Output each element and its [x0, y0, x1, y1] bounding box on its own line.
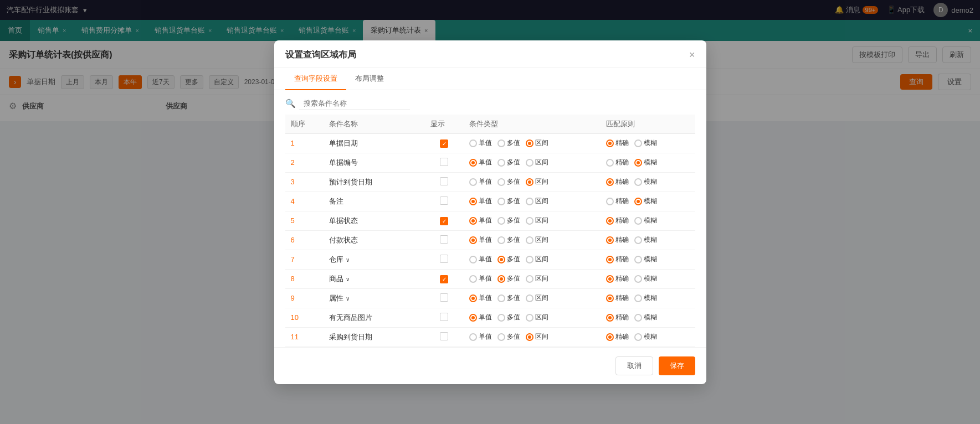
dialog-header: 设置查询区域布局 ×: [274, 40, 706, 68]
dialog-tab-query-fields[interactable]: 查询字段设置: [285, 68, 346, 90]
dialog-table: 顺序 条件名称 显示 条件类型 匹配原则 1单据日期✓单值多值区间精确模糊2单据…: [274, 115, 706, 122]
search-icon: 🔍: [285, 99, 296, 108]
modal-overlay: 设置查询区域布局 × 查询字段设置 布局调整 🔍 顺序 条件名称: [0, 0, 980, 121]
col-type: 条件类型: [464, 115, 601, 122]
conditions-table: 顺序 条件名称 显示 条件类型 匹配原则 1单据日期✓单值多值区间精确模糊2单据…: [285, 115, 695, 122]
dialog-title: 设置查询区域布局: [285, 49, 356, 61]
col-display: 显示: [425, 115, 464, 122]
col-name: 条件名称: [324, 115, 424, 122]
col-order: 顺序: [285, 115, 324, 122]
dialog-close-btn[interactable]: ×: [689, 49, 695, 61]
dialog-tabs: 查询字段设置 布局调整: [274, 68, 706, 90]
search-input[interactable]: [299, 97, 410, 110]
dialog-tab-layout[interactable]: 布局调整: [346, 68, 393, 90]
settings-dialog: 设置查询区域布局 × 查询字段设置 布局调整 🔍 顺序 条件名称: [274, 40, 706, 122]
col-match: 匹配原则: [601, 115, 695, 122]
dialog-search-area: 🔍: [274, 90, 706, 115]
